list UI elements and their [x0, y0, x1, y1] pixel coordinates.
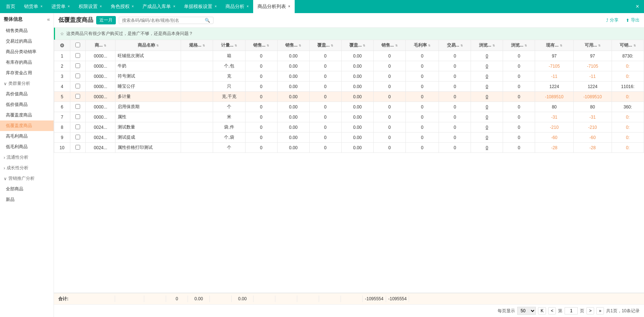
select-all-checkbox[interactable]: [75, 43, 80, 47]
row-check[interactable]: [70, 102, 86, 112]
nav-purchase[interactable]: 进货单 ×: [47, 0, 74, 13]
nav-close-analysis-list[interactable]: ×: [288, 0, 290, 13]
nav-close-template[interactable]: ×: [215, 0, 217, 13]
row-browse1[interactable]: 0: [471, 122, 503, 132]
search-input[interactable]: [122, 18, 203, 23]
sidebar-group-circulation[interactable]: › 流通性分析: [0, 152, 54, 163]
nav-close-role[interactable]: ×: [132, 0, 134, 13]
nav-close-sales[interactable]: ×: [40, 0, 43, 13]
settings-icon[interactable]: ⚙: [60, 43, 64, 48]
sidebar-item-low-value[interactable]: 低价值商品: [0, 99, 54, 110]
row-check[interactable]: [70, 122, 86, 132]
row-browse1[interactable]: 0: [471, 132, 503, 143]
row-browse1[interactable]: 0: [471, 92, 503, 102]
row-checkbox[interactable]: [75, 114, 80, 119]
nav-close-inbound[interactable]: ×: [173, 0, 175, 13]
sidebar-item-high-coverage[interactable]: 高覆盖度商品: [0, 110, 54, 120]
col-current[interactable]: 现有... ⇅: [535, 40, 573, 51]
nav-goods-analysis-list[interactable]: 商品分析列表 ×: [253, 0, 295, 13]
row-check[interactable]: [70, 51, 86, 61]
col-check[interactable]: [70, 40, 86, 51]
col-sales-amt[interactable]: 销售... ⇅: [277, 40, 309, 51]
window-close-button[interactable]: ×: [632, 1, 643, 12]
col-cover2[interactable]: 覆盖... ⇅: [341, 40, 373, 51]
sidebar-item-inventory-capital[interactable]: 库存资金占用: [0, 68, 54, 78]
nav-role[interactable]: 角色授权 ×: [106, 0, 138, 13]
col-sales-qty[interactable]: 销售... ⇅: [245, 40, 277, 51]
row-check[interactable]: [70, 61, 86, 71]
row-browse1[interactable]: 0: [471, 71, 503, 82]
page-number-input[interactable]: [565, 307, 578, 314]
share-button[interactable]: ⤴ 分享: [606, 17, 619, 23]
prev-page-button[interactable]: <: [548, 307, 556, 314]
export-button[interactable]: ⬆ 导出: [626, 17, 640, 23]
col-browse2[interactable]: 浏览... ⇅: [503, 40, 535, 51]
col-name[interactable]: 商品名称 ⇅: [115, 40, 181, 51]
per-page-select[interactable]: 50 100 200: [517, 307, 536, 315]
nav-home[interactable]: 首页: [1, 0, 20, 13]
nav-close-purchase[interactable]: ×: [68, 0, 70, 13]
row-browse1[interactable]: 0: [471, 82, 503, 92]
sidebar-collapse-button[interactable]: «: [47, 16, 50, 22]
nav-product-inbound[interactable]: 产成品入库单 ×: [138, 0, 180, 13]
row-checkbox[interactable]: [75, 124, 80, 129]
col-spec[interactable]: 规格... ⇅: [181, 40, 213, 51]
sidebar-group-marketing[interactable]: ∨ 营销推广分析: [0, 173, 54, 184]
sidebar-group-growth[interactable]: › 成长性分析: [0, 163, 54, 173]
nav-close-permission[interactable]: ×: [100, 0, 102, 13]
col-gear[interactable]: ⚙: [54, 40, 70, 51]
row-check[interactable]: [70, 92, 86, 102]
sidebar-item-high-value[interactable]: 高价值商品: [0, 89, 54, 99]
row-browse1[interactable]: 0: [471, 143, 503, 153]
search-icon[interactable]: 🔍: [205, 18, 210, 23]
filter-recent-month-button[interactable]: 近一月: [96, 16, 116, 24]
search-box[interactable]: 🔍: [119, 17, 213, 24]
last-page-button[interactable]: »: [596, 307, 604, 314]
col-sales-extra[interactable]: 销售... ⇅: [373, 40, 405, 51]
row-check[interactable]: [70, 143, 86, 153]
row-browse1[interactable]: 0: [471, 102, 503, 112]
nav-sales-order[interactable]: 销货单 ×: [20, 0, 47, 13]
row-browse1[interactable]: 0: [471, 61, 503, 71]
sidebar-item-low-coverage[interactable]: 低覆盖度商品: [0, 120, 54, 131]
row-checkbox[interactable]: [75, 63, 80, 68]
row-checkbox[interactable]: [75, 53, 80, 58]
first-page-button[interactable]: K: [538, 307, 546, 314]
col-unit[interactable]: 计量... ⇅: [213, 40, 245, 51]
table-row: 9 0024... 测试提成 个,袋 0 0.00 0 0.00 0 0 0 0…: [54, 132, 644, 143]
col-browse1[interactable]: 浏览... ⇅: [471, 40, 503, 51]
sidebar-item-stocked-goods[interactable]: 有库存的商品: [0, 57, 54, 68]
col-trade[interactable]: 交易... ⇅: [439, 40, 471, 51]
nav-goods-analysis[interactable]: 商品分析 ×: [221, 0, 253, 13]
row-browse1[interactable]: 0: [471, 51, 503, 61]
col-code[interactable]: 商... ⇅: [86, 40, 115, 51]
sidebar-item-category-rate[interactable]: 商品分类动销率: [0, 47, 54, 57]
next-page-button[interactable]: >: [586, 307, 594, 314]
sidebar-item-all-goods[interactable]: 全部商品: [0, 184, 54, 194]
row-check[interactable]: [70, 112, 86, 122]
sidebar-item-low-margin[interactable]: 低毛利商品: [0, 142, 54, 152]
row-checkbox[interactable]: [75, 74, 80, 78]
col-cover1[interactable]: 覆盖... ⇅: [309, 40, 341, 51]
nav-permission[interactable]: 权限设置 ×: [74, 0, 106, 13]
col-available[interactable]: 可用... ⇅: [573, 40, 612, 51]
col-saleable[interactable]: 可销... ⇅: [612, 40, 644, 51]
nav-close-analysis[interactable]: ×: [247, 0, 249, 13]
row-check[interactable]: [70, 82, 86, 92]
nav-template[interactable]: 单据模板设置 ×: [180, 0, 221, 13]
row-checkbox[interactable]: [75, 145, 80, 150]
row-check[interactable]: [70, 71, 86, 82]
sidebar-item-traded-goods[interactable]: 交易过的商品: [0, 36, 54, 47]
row-checkbox[interactable]: [75, 94, 80, 99]
row-checkbox[interactable]: [75, 84, 80, 88]
row-spec: [181, 143, 213, 153]
sidebar-item-new-goods[interactable]: 新品: [0, 194, 54, 205]
sidebar-group-quantity[interactable]: ∨ 类群量分析: [0, 78, 54, 89]
row-check[interactable]: [70, 132, 86, 143]
row-checkbox[interactable]: [75, 135, 80, 139]
sidebar-item-sales-goods[interactable]: 销售类商品: [0, 25, 54, 36]
col-margin[interactable]: 毛利率 ⇅: [405, 40, 439, 51]
sidebar-item-high-margin[interactable]: 高毛利商品: [0, 131, 54, 142]
row-browse1[interactable]: 0: [471, 112, 503, 122]
row-checkbox[interactable]: [75, 104, 80, 109]
